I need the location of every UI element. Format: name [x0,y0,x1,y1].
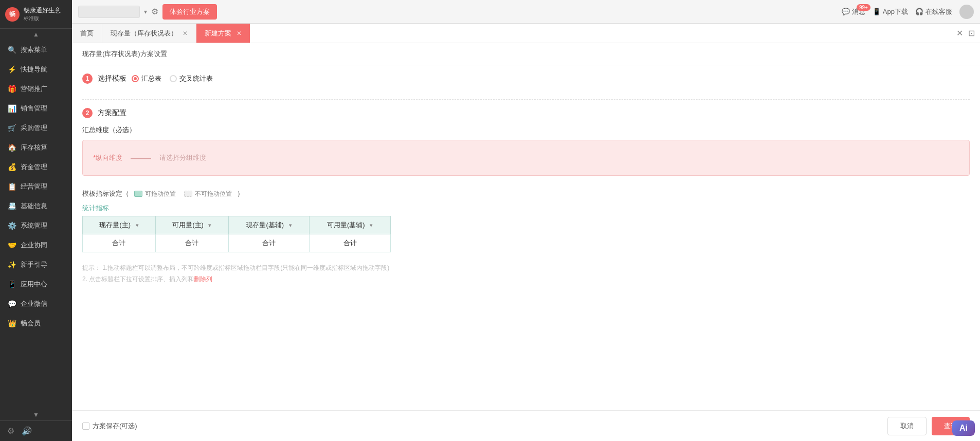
sidebar-item-label: 经营管理 [21,182,47,191]
sidebar-item-wechat[interactable]: 💬 企业微信 [0,294,72,314]
cell-1-1: 合计 [83,234,156,252]
cancel-button[interactable]: 取消 [887,417,927,435]
service-icon: 🎧 [915,8,923,15]
sidebar-item-collab[interactable]: 🤝 企业协同 [0,235,72,255]
col3-chevron[interactable]: ▾ [289,222,292,228]
metrics-label: 模板指标设定（ 可拖动位置 不可拖动位置 ） [82,189,970,198]
stats-table: 现存量(主) ▾ 可用量(主) ▾ 现存量(基辅) ▾ 可用量(基辅) ▾ [82,216,391,252]
template-radio-group: 汇总表 交叉统计表 [132,74,213,83]
sidebar-nav: 🔍 搜索菜单 ⚡ 快捷导航 🎁 营销推广 📊 销售管理 🛒 采购管理 🏠 库存核… [0,40,72,409]
radio-cross-dot [170,75,177,82]
sidebar-item-system[interactable]: ⚙️ 系统管理 [0,216,72,235]
footer: 方案保存(可选) 取消 查询 [72,410,980,441]
col-header-2[interactable]: 可用量(主) ▾ [155,216,228,234]
sidebar-item-marketing[interactable]: 🎁 营销推广 [0,79,72,99]
col4-chevron[interactable]: ▾ [370,222,373,228]
search-icon: 🔍 [7,45,16,54]
industry-btn[interactable]: 体验行业方案 [162,4,217,20]
app-download-btn[interactable]: 📱 App下载 [873,7,908,16]
sidebar-item-label: 采购管理 [21,123,47,133]
dimension-box[interactable]: *纵向维度 —— 请选择分组维度 [82,140,970,176]
radio-summary[interactable]: 汇总表 [132,74,161,83]
sidebar-item-operation[interactable]: 📋 经营管理 [0,177,72,196]
operation-icon: 📋 [7,182,16,191]
msg-btn[interactable]: 💬 消息 99+ [842,7,865,16]
save-label: 方案保存(可选) [93,421,137,431]
sidebar-item-label: 畅会员 [21,319,41,328]
ai-badge[interactable]: Ai [952,420,975,436]
metrics-section: 模板指标设定（ 可拖动位置 不可拖动位置 ） 统计指标 [72,184,980,258]
sidebar-item-search[interactable]: 🔍 搜索菜单 [0,40,72,60]
sidebar-item-label: 企业微信 [21,299,47,308]
dim-arrow: —— [131,152,151,164]
col-header-1[interactable]: 现存量(主) ▾ [83,216,156,234]
marketing-icon: 🎁 [7,84,16,94]
col-header-4[interactable]: 可用量(基辅) ▾ [310,216,391,234]
dimension-label: 汇总维度（必选） [82,125,970,135]
sidebar-item-baseinfo[interactable]: 📇 基础信息 [0,196,72,216]
sidebar-item-inventory[interactable]: 🏠 库存核算 [0,138,72,157]
topbar-gear-icon[interactable]: ⚙ [151,7,158,16]
page-title: 现存量(库存状况表)方案设置 [72,43,980,65]
col-header-3[interactable]: 现存量(基辅) ▾ [228,216,310,234]
radio-cross[interactable]: 交叉统计表 [170,74,213,83]
logo-icon: 畅 [5,7,20,22]
legend-non-draggable: 不可拖动位置 [184,190,232,198]
scroll-down-btn[interactable]: ▼ [0,409,72,420]
app-icon: 📱 [873,8,881,15]
step1-section: 1 选择模板 汇总表 交叉统计表 [72,65,980,99]
topbar-right: 💬 消息 99+ 📱 App下载 🎧 在线客服 [842,5,974,19]
col2-chevron[interactable]: ▾ [208,222,211,228]
tab-new-plan[interactable]: 新建方案 ✕ [196,24,250,43]
sidebar-item-label: 快捷导航 [21,65,47,74]
tab-new-close[interactable]: ✕ [237,30,242,37]
sidebar-item-member[interactable]: 👑 畅会员 [0,314,72,333]
settings-icon[interactable]: ⚙ [7,426,14,436]
save-option: 方案保存(可选) [82,421,137,431]
content-area: 现存量(库存状况表)方案设置 1 选择模板 汇总表 交叉统计表 [72,43,980,441]
sidebar-item-purchase[interactable]: 🛒 采购管理 [0,118,72,138]
tab-actions: ✕ ⊡ [951,24,980,43]
topbar-chevron-icon[interactable]: ▾ [144,8,147,15]
cell-1-2: 合计 [155,234,228,252]
step2-title: 方案配置 [98,108,126,118]
col1-chevron[interactable]: ▾ [136,222,139,228]
msg-badge: 99+ [857,4,870,11]
service-btn[interactable]: 🎧 在线客服 [915,7,952,16]
save-checkbox[interactable] [82,422,89,430]
user-avatar[interactable] [959,5,974,19]
legend-draggable: 可拖动位置 [134,190,176,198]
tab-close-window-icon[interactable]: ✕ [956,28,963,38]
cell-1-3: 合计 [228,234,310,252]
tab-home[interactable]: 首页 [72,24,102,43]
logo-text: 畅康通好生意 标准版 [24,6,61,22]
tab-new-label: 新建方案 [205,29,231,38]
volume-icon[interactable]: 🔊 [22,426,32,436]
table-row: 合计 合计 合计 合计 [83,234,391,252]
sidebar-item-appcenter[interactable]: 📱 应用中心 [0,274,72,294]
tab-expand-icon[interactable]: ⊡ [968,28,975,38]
member-icon: 👑 [7,319,16,328]
tab-inventory-close[interactable]: ✕ [183,30,188,37]
sidebar-bottom: ⚙ 🔊 [0,420,72,441]
wechat-icon: 💬 [7,299,16,308]
sales-icon: 📊 [7,104,16,113]
tab-home-label: 首页 [80,29,94,38]
topbar: ▾ ⚙ 体验行业方案 💬 消息 99+ 📱 App下载 🎧 在线客服 [72,0,980,24]
sidebar-item-quicknav[interactable]: ⚡ 快捷导航 [0,60,72,79]
topbar-search-input[interactable] [78,6,140,18]
legend-group: 可拖动位置 不可拖动位置 [134,190,232,198]
dim-placeholder: 请选择分组维度 [159,153,206,162]
scroll-up-btn[interactable]: ▲ [0,29,72,40]
tab-inventory[interactable]: 现存量（库存状况表） ✕ [102,24,196,43]
appcenter-icon: 📱 [7,280,16,289]
quicknav-icon: ⚡ [7,65,16,74]
sidebar-item-label: 新手引导 [21,260,47,269]
collab-icon: 🤝 [7,241,16,250]
step2-badge: 2 [82,108,93,118]
inventory-icon: 🏠 [7,143,16,152]
sidebar-item-finance[interactable]: 💰 资金管理 [0,157,72,177]
sidebar-item-label: 库存核算 [21,143,47,152]
sidebar-item-guide[interactable]: ✨ 新手引导 [0,255,72,274]
sidebar-item-sales[interactable]: 📊 销售管理 [0,99,72,118]
